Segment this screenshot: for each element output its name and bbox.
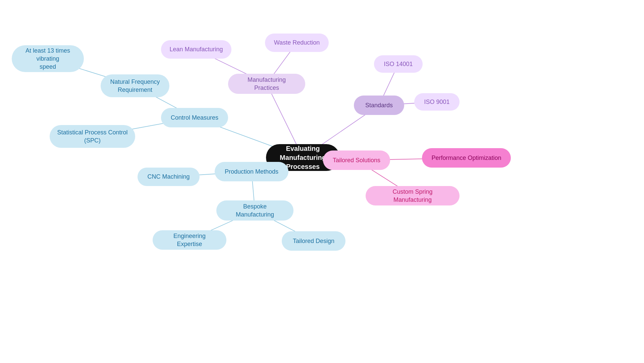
cnc-machining-node: CNC Machining: [138, 168, 200, 186]
lean-manufacturing-label: Lean Manufacturing: [169, 45, 223, 53]
iso14001-label: ISO 14001: [384, 60, 413, 68]
production-methods-label: Production Methods: [225, 168, 278, 176]
spc-label: Statistical Process Control (SPC): [57, 128, 127, 145]
iso9001-label: ISO 9001: [424, 98, 449, 106]
lean-manufacturing-node: Lean Manufacturing: [161, 40, 231, 59]
tailored-design-node: Tailored Design: [282, 231, 345, 251]
control-measures-node: Control Measures: [161, 108, 228, 127]
iso14001-node: ISO 14001: [374, 55, 423, 73]
bespoke-manufacturing-node: Bespoke Manufacturing: [216, 200, 293, 221]
performance-optimization-label: Performance Optimization: [431, 154, 501, 162]
tailored-solutions-node: Tailored Solutions: [323, 150, 390, 170]
manufacturing-practices-label: Manufacturing Practices: [235, 76, 298, 92]
iso9001-node: ISO 9001: [414, 93, 460, 111]
standards-node: Standards: [354, 96, 404, 115]
waste-reduction-node: Waste Reduction: [265, 34, 329, 52]
engineering-expertise-label: Engineering Expertise: [160, 232, 219, 248]
standards-label: Standards: [365, 101, 393, 109]
natural-frequency-label: Natural Frequency Requirement: [110, 78, 160, 94]
natural-frequency-node: Natural Frequency Requirement: [101, 74, 169, 97]
tailored-design-label: Tailored Design: [293, 237, 334, 245]
at-least-13-label: At least 13 times vibrating speed: [19, 47, 76, 71]
manufacturing-practices-node: Manufacturing Practices: [228, 74, 305, 94]
spc-node: Statistical Process Control (SPC): [50, 125, 135, 148]
performance-optimization-node: Performance Optimization: [422, 148, 511, 168]
production-methods-node: Production Methods: [215, 162, 288, 181]
custom-spring-label: Custom Spring Manufacturing: [373, 188, 452, 204]
bespoke-manufacturing-label: Bespoke Manufacturing: [224, 202, 286, 219]
at-least-13-node: At least 13 times vibrating speed: [12, 45, 84, 72]
tailored-solutions-label: Tailored Solutions: [333, 156, 380, 164]
waste-reduction-label: Waste Reduction: [274, 39, 320, 47]
engineering-expertise-node: Engineering Expertise: [153, 230, 226, 250]
control-measures-label: Control Measures: [171, 114, 218, 122]
custom-spring-node: Custom Spring Manufacturing: [366, 186, 460, 205]
cnc-machining-label: CNC Machining: [147, 173, 190, 181]
